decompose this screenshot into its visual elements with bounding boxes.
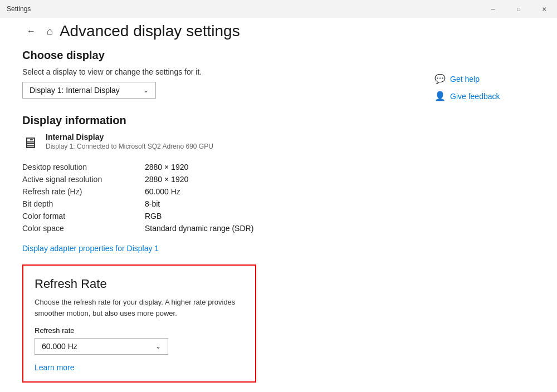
get-help-label: Get help [450, 75, 480, 84]
monitor-info: Internal Display Display 1: Connected to… [46, 133, 213, 150]
close-button[interactable]: ✕ [531, 0, 557, 18]
refresh-rate-box: Refresh Rate Choose the refresh rate for… [22, 264, 256, 383]
monitor-desc: Display 1: Connected to Microsoft SQ2 Ad… [46, 143, 213, 150]
refresh-rate-heading: Refresh Rate [35, 277, 244, 291]
table-row: Bit depth8-bit [22, 198, 412, 210]
window-body: ← ⌂ Advanced display settings Choose dis… [0, 18, 557, 392]
table-row: Color formatRGB [22, 210, 412, 222]
table-row: Desktop resolution2880 × 1920 [22, 161, 412, 173]
info-label: Color format [22, 212, 145, 220]
info-value: 2880 × 1920 [145, 175, 188, 184]
page-title-wrap: ⌂ Advanced display settings [47, 22, 240, 40]
monitor-row: 🖥 Internal Display Display 1: Connected … [22, 133, 412, 152]
monitor-icon: 🖥 [22, 134, 38, 151]
give-feedback-icon: 👤 [434, 91, 446, 101]
refresh-rate-description: Choose the refresh rate for your display… [35, 297, 244, 318]
refresh-rate-dropdown-value: 60.000 Hz [42, 342, 77, 351]
titlebar-controls: ─ □ ✕ [480, 0, 557, 18]
info-label: Color space [22, 224, 145, 233]
display-dropdown-value: Display 1: Internal Display [30, 86, 120, 95]
page-title: Advanced display settings [60, 22, 240, 40]
display-dropdown-chevron: ⌄ [143, 86, 149, 94]
choose-display-description: Select a display to view or change the s… [22, 67, 412, 76]
info-value: 2880 × 1920 [145, 163, 188, 171]
get-help-link[interactable]: 💬 Get help [434, 74, 546, 84]
titlebar: Settings ─ □ ✕ [0, 0, 557, 18]
refresh-rate-label: Refresh rate [35, 326, 244, 335]
info-label: Desktop resolution [22, 163, 145, 171]
choose-display-heading: Choose display [22, 49, 412, 62]
display-info-section: Display information 🖥 Internal Display D… [22, 114, 412, 253]
give-feedback-label: Give feedback [450, 92, 500, 101]
info-label: Bit depth [22, 199, 145, 208]
info-label: Refresh rate (Hz) [22, 187, 145, 196]
display-dropdown[interactable]: Display 1: Internal Display ⌄ [22, 82, 156, 99]
titlebar-title: Settings [7, 5, 31, 13]
monitor-name: Internal Display [46, 133, 213, 141]
minimize-button[interactable]: ─ [480, 0, 506, 18]
table-row: Color spaceStandard dynamic range (SDR) [22, 222, 412, 234]
get-help-icon: 💬 [434, 74, 446, 84]
table-row: Active signal resolution2880 × 1920 [22, 173, 412, 185]
right-sidebar: 💬 Get help 👤 Give feedback [434, 18, 557, 392]
display-info-heading: Display information [22, 114, 412, 127]
table-row: Refresh rate (Hz)60.000 Hz [22, 185, 412, 198]
info-table: Desktop resolution2880 × 1920Active sign… [22, 161, 412, 234]
main-content: ← ⌂ Advanced display settings Choose dis… [0, 18, 434, 392]
give-feedback-link[interactable]: 👤 Give feedback [434, 91, 546, 101]
back-button[interactable]: ← [22, 22, 40, 40]
refresh-rate-dropdown-chevron: ⌄ [155, 342, 161, 350]
maximize-button[interactable]: □ [506, 0, 531, 18]
info-value: 60.000 Hz [145, 187, 180, 196]
monitor-icon-wrap: 🖥 [22, 134, 38, 152]
info-label: Active signal resolution [22, 175, 145, 184]
info-value: Standard dynamic range (SDR) [145, 224, 253, 233]
choose-display-section: Choose display Select a display to view … [22, 49, 412, 99]
refresh-rate-dropdown[interactable]: 60.000 Hz ⌄ [35, 338, 168, 355]
nav-bar: ← ⌂ Advanced display settings [22, 18, 412, 45]
home-icon[interactable]: ⌂ [47, 26, 53, 37]
learn-more-link[interactable]: Learn more [35, 363, 75, 372]
info-value: 8-bit [145, 199, 160, 208]
adapter-link[interactable]: Display adapter properties for Display 1 [22, 244, 159, 253]
info-value: RGB [145, 212, 162, 220]
